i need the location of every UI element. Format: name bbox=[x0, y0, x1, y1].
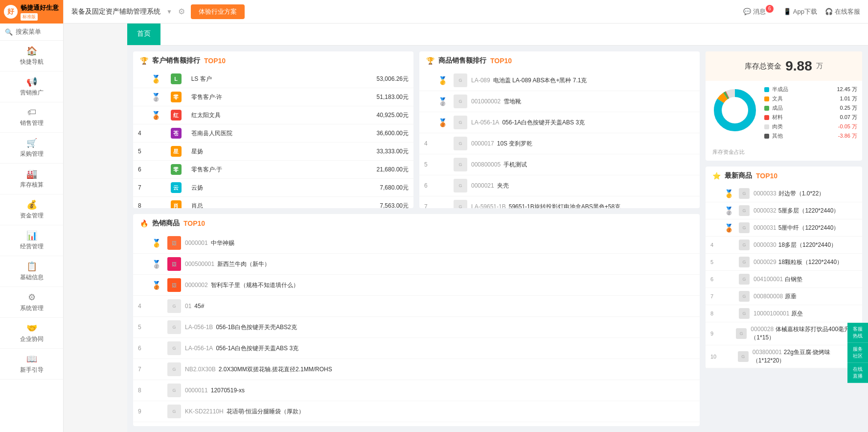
tabs-bar: 首页 bbox=[127, 24, 868, 46]
middle-area: 🏆 客户销售额排行 TOP10 🥇 L LS 客户 53,006.26元 🥈 零… bbox=[133, 51, 700, 208]
legend-item: 材料 0.07 万 bbox=[764, 114, 857, 121]
newest-product-image: G bbox=[739, 205, 750, 216]
star-icon: ⭐ bbox=[712, 172, 721, 180]
sidebar-item-quick-nav[interactable]: 🏠 快捷导航 bbox=[0, 41, 63, 72]
table-row: 🥇 L LS 客户 53,006.26元 bbox=[133, 70, 413, 88]
sidebar-search[interactable]: 🔍 搜索菜单 bbox=[0, 24, 63, 41]
main-area: 首页 🏆 客户销售额排行 TOP10 🥇 L LS 客户 53,006.26元 … bbox=[127, 24, 868, 432]
gold-medal-icon: 🥇 bbox=[438, 76, 448, 85]
newest-product-image: G bbox=[739, 188, 750, 199]
product-image: G bbox=[454, 73, 467, 87]
app-download-button[interactable]: 📱 App下载 bbox=[783, 7, 817, 16]
list-item: 6 G 0000021夹壳 bbox=[419, 175, 700, 196]
product-image: G bbox=[454, 116, 467, 129]
list-item: 🥉 🖼 0000002智利车子里（规格不知道填什么） bbox=[133, 275, 700, 296]
list-item: 🥈 🖼 000500001新西兰牛肉（新牛） bbox=[133, 254, 700, 275]
phone-icon: 📱 bbox=[783, 8, 791, 15]
list-item: 4 G 000003018多层（1220*2440） bbox=[706, 237, 862, 254]
product-image: G bbox=[167, 362, 181, 376]
list-item: 4 G 0145# bbox=[133, 296, 700, 317]
list-item: 🥉 G 00000315厘中纤（1220*2440） bbox=[706, 219, 862, 237]
sales-icon: 🏷 bbox=[27, 107, 36, 118]
legend-color-dot bbox=[764, 106, 769, 111]
donut-chart bbox=[710, 86, 759, 135]
quick-nav-icon: 🏠 bbox=[26, 46, 37, 56]
sidebar: 好 畅捷通好生意 标准版 🔍 搜索菜单 🏠 快捷导航📢 营销推广🏷 销售管理🛒 … bbox=[0, 0, 64, 432]
sidebar-item-enterprise[interactable]: 🤝 企业协同 bbox=[0, 318, 63, 349]
sidebar-item-sales[interactable]: 🏷 销售管理 bbox=[0, 102, 63, 133]
sidebar-item-label: 销售管理 bbox=[20, 119, 44, 127]
header-right: 💬 消息 6 📱 App下载 🎧 在线客服 bbox=[743, 7, 860, 16]
dropdown-arrow-icon[interactable]: ▼ bbox=[166, 8, 172, 15]
list-item: 4 G 000001710S 变刹罗乾 bbox=[419, 133, 700, 154]
donut-section: 半成品 12.45 万 文具 1.01 万 成品 0.25 万 材料 0.07 … bbox=[706, 81, 862, 146]
sidebar-logo: 好 畅捷通好生意 标准版 bbox=[0, 0, 63, 24]
trial-plan-button[interactable]: 体验行业方案 bbox=[191, 4, 245, 19]
customer-ranking-header: 🏆 客户销售额排行 TOP10 bbox=[133, 51, 413, 70]
list-item: 8 G 10000100001原垒 bbox=[706, 305, 862, 322]
hot-products-card: 🔥 热销商品 TOP10 🥇 🖼 0000001中华神赐 🥈 🖼 0005000… bbox=[133, 214, 700, 426]
live-chat-button[interactable]: 在线直播 bbox=[847, 363, 868, 383]
product-image: G bbox=[454, 95, 467, 108]
silver-medal-icon: 🥈 bbox=[438, 97, 448, 106]
newest-products-list: 🥇 G 0000033封边带（1.0*22） 🥈 G 00000325厘多层（1… bbox=[706, 185, 862, 368]
tab-home[interactable]: 首页 bbox=[127, 24, 160, 45]
list-item: 🥇 G 0000033封边带（1.0*22） bbox=[706, 185, 862, 202]
product-image: G bbox=[454, 179, 467, 192]
sidebar-item-basic-info[interactable]: 📋 基础信息 bbox=[0, 256, 63, 287]
trophy2-icon: 🏆 bbox=[426, 57, 434, 65]
sidebar-item-label: 快捷导航 bbox=[20, 58, 44, 66]
list-item: 7 G LA-59651-1B59651-1B旋转投影灯电池盒ABS黑色+58克 bbox=[419, 196, 700, 208]
list-item: 6 G 004100001白钢垫 bbox=[706, 271, 862, 288]
sidebar-item-label: 采购管理 bbox=[20, 150, 44, 158]
legend-item: 肉类 -0.05 万 bbox=[764, 123, 857, 130]
legend-color-dot bbox=[764, 87, 769, 92]
online-service-button[interactable]: 🎧 在线客服 bbox=[825, 7, 860, 16]
message-button[interactable]: 💬 消息 6 bbox=[743, 7, 776, 16]
sidebar-item-system[interactable]: ⚙ 系统管理 bbox=[0, 287, 63, 318]
newest-product-image: G bbox=[739, 308, 750, 319]
newest-product-image: G bbox=[738, 351, 749, 362]
header: 装备及固定资产辅助管理系统 ▼ ⚙ 体验行业方案 💬 消息 6 📱 App下载 … bbox=[64, 0, 868, 24]
sidebar-item-finance[interactable]: 💰 资金管理 bbox=[0, 194, 63, 225]
system-icon: ⚙ bbox=[28, 292, 36, 303]
newest-products-header: ⭐ 最新商品 TOP10 bbox=[706, 167, 862, 185]
sidebar-item-label: 营销推广 bbox=[20, 89, 44, 97]
legend-item: 半成品 12.45 万 bbox=[764, 86, 857, 93]
fire-icon: 🔥 bbox=[140, 219, 148, 227]
floating-buttons: 客服热线 服务社区 在线直播 bbox=[847, 323, 868, 383]
inventory-card: 库存总资金 9.88 万 bbox=[706, 51, 862, 161]
product-image: G bbox=[167, 320, 181, 334]
hot-products-header: 🔥 热销商品 TOP10 bbox=[133, 214, 700, 233]
sidebar-item-guide[interactable]: 📖 新手引导 bbox=[0, 349, 63, 380]
sidebar-item-label: 新手引导 bbox=[20, 366, 44, 374]
legend-color-dot bbox=[764, 96, 769, 101]
customer-ranking-list: 🥇 L LS 客户 53,006.26元 🥈 零 零售客户·许 51,183.0… bbox=[133, 70, 413, 208]
list-item: 🥈 G 00000325厘多层（1220*2440） bbox=[706, 202, 862, 219]
sidebar-item-marketing[interactable]: 📢 营销推广 bbox=[0, 72, 63, 102]
system-title: 装备及固定资产辅助管理系统 bbox=[71, 7, 160, 16]
inventory-legend: 半成品 12.45 万 文具 1.01 万 成品 0.25 万 材料 0.07 … bbox=[764, 86, 857, 142]
sidebar-item-label: 库存核算 bbox=[20, 181, 44, 189]
service-community-button[interactable]: 服务社区 bbox=[847, 343, 868, 363]
list-item: 9 G KK-SD22110H花语萌·恒温分腿睡袋（厚款） bbox=[133, 401, 700, 422]
product-image: G bbox=[167, 341, 181, 355]
list-item: 🥇 G LA-089电池盖 LA-089 ABS本色+黑种 7.1克 bbox=[419, 70, 700, 91]
table-row: 8 肖 肖总 7,563.00元 bbox=[133, 197, 413, 209]
sidebar-item-purchase[interactable]: 🛒 采购管理 bbox=[0, 133, 63, 164]
content-grid: 🏆 客户销售额排行 TOP10 🥇 L LS 客户 53,006.26元 🥈 零… bbox=[127, 46, 868, 432]
bronze-medal-icon: 🥉 bbox=[724, 224, 734, 232]
table-row: 🥈 零 零售客户·许 51,183.00元 bbox=[133, 88, 413, 106]
product-image: G bbox=[454, 200, 467, 208]
product-image: 🖼 bbox=[167, 257, 181, 271]
marketing-icon: 📢 bbox=[26, 76, 37, 87]
headset-icon: 🎧 bbox=[825, 8, 833, 15]
product-image: G bbox=[454, 158, 467, 171]
customer-service-button[interactable]: 客服热线 bbox=[847, 323, 868, 343]
sidebar-item-operations[interactable]: 📊 经营管理 bbox=[0, 225, 63, 256]
settings-icon[interactable]: ⚙ bbox=[178, 7, 185, 16]
product-image: G bbox=[167, 299, 181, 313]
silver-medal-icon: 🥈 bbox=[151, 93, 161, 101]
list-item: 5 G LA-056-1B056-1B白色按键开关壳ABS2克 bbox=[133, 317, 700, 338]
sidebar-item-inventory[interactable]: 🏭 库存核算 bbox=[0, 164, 63, 194]
